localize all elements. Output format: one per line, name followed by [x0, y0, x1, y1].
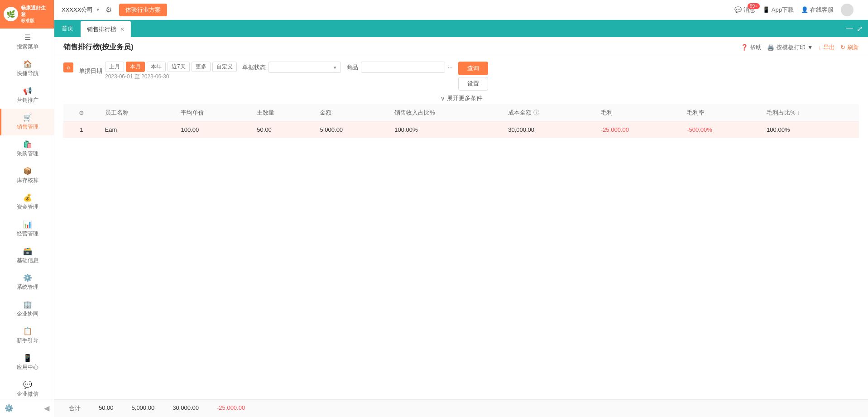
cell-sales-pct: 100.00% — [389, 122, 503, 138]
cell-quantity: 50.00 — [251, 122, 314, 138]
sidebar-icon-finance: 💰 — [23, 193, 32, 202]
sidebar-label-enterprise: 企业协同 — [17, 310, 38, 318]
table-col-name: 员工名称 — [100, 104, 176, 122]
filter-expand-bar: ∨ 展开更多条件 — [54, 91, 868, 104]
date-range-display: 2023-06-01 至 2023-06-30 — [105, 73, 237, 81]
export-icon: ↓ — [819, 44, 822, 51]
date-label: 单据日期 — [79, 67, 102, 75]
sidebar-bottom: ⚙️ ◀ — [0, 399, 54, 417]
app-download-btn[interactable]: 📱 App下载 — [762, 6, 794, 14]
status-label: 单据状态 — [242, 63, 266, 72]
data-table: ⚙ 员工名称 平均单价 主数量 金额 销售收入占比% 成本全额 ⓘ 毛利 毛利率… — [63, 104, 859, 138]
tab-home[interactable]: 首页 — [54, 20, 81, 37]
cell-profit: -25,000.00 — [595, 122, 681, 138]
tabbar: 首页 销售排行榜 ✕ — ⤢ — [54, 20, 868, 37]
sidebar-item-enterprise[interactable]: 🏢企业协同 — [0, 296, 54, 322]
tab-sales-ranking[interactable]: 销售排行榜 ✕ — [81, 21, 131, 38]
sidebar-nav: ☰搜索菜单🏠快捷导航📢营销推广🛒销售管理🛍️采购管理📦库存核算💰资金管理📊经营管… — [0, 29, 54, 399]
company-arrow-icon: ▼ — [96, 7, 100, 12]
tab-maximize-icon[interactable]: ⤢ — [857, 24, 863, 33]
table-col-quantity: 主数量 — [251, 104, 314, 122]
date-this-year[interactable]: 本年 — [147, 62, 166, 72]
avatar[interactable] — [841, 4, 854, 16]
tabbar-right: — ⤢ — [846, 24, 868, 33]
table-footer: 合计 50.00 5,000.00 30,000.00 -25,000.00 — [54, 399, 868, 417]
sidebar-item-basics[interactable]: 🗃️基础信息 — [0, 242, 54, 269]
sidebar-icon-purchase: 🛍️ — [23, 140, 32, 149]
sidebar-icon-wechat: 💬 — [23, 380, 32, 389]
sidebar-item-purchase[interactable]: 🛍️采购管理 — [0, 135, 54, 162]
sidebar-label-search-order: 搜索菜单 — [17, 43, 38, 51]
footer-cost: 30,000.00 — [173, 404, 199, 412]
profit-pct-sort-icon[interactable]: ↕ — [797, 109, 800, 116]
refresh-label: 刷新 — [847, 43, 859, 52]
sidebar-item-wechat[interactable]: 💬企业微信 — [0, 376, 54, 399]
filter-bar: » 单据日期 上月 本月 本年 近7天 更多 自定义 2023-06-01 至 … — [54, 56, 868, 91]
company-selector[interactable]: XXXXX公司 ▼ — [62, 6, 100, 14]
sidebar-item-quick-nav[interactable]: 🏠快捷导航 — [0, 55, 54, 82]
service-label: 在线客服 — [810, 6, 834, 14]
sidebar-label-appcenter: 应用中心 — [17, 364, 38, 371]
footer-label: 合计 — [69, 404, 81, 412]
sidebar-item-sales[interactable]: 🛒销售管理 — [0, 109, 54, 135]
help-btn[interactable]: ❓ 帮助 — [741, 43, 762, 52]
sidebar-item-appcenter[interactable]: 📱应用中心 — [0, 349, 54, 376]
topbar: XXXXX公司 ▼ ⚙ 体验行业方案 💬 消息 99+ 📱 App下载 👤 在线… — [54, 0, 868, 20]
sidebar-item-finance[interactable]: 💰资金管理 — [0, 189, 54, 216]
filter-expand-btn[interactable]: » — [63, 62, 73, 72]
topbar-right: 💬 消息 99+ 📱 App下载 👤 在线客服 — [734, 4, 861, 16]
filter-goods-group: 商品 ··· — [346, 62, 453, 73]
cell-profit-pct: 100.00% — [761, 122, 859, 138]
date-prev-month[interactable]: 上月 — [105, 62, 124, 72]
online-service-btn[interactable]: 👤 在线客服 — [801, 6, 834, 14]
filter-more-icon[interactable]: ··· — [448, 64, 453, 71]
goods-input[interactable] — [361, 62, 445, 73]
date-this-month[interactable]: 本月 — [126, 62, 145, 72]
sidebar-item-search-order[interactable]: ☰搜索菜单 — [0, 29, 54, 55]
sidebar-label-operations: 经营管理 — [17, 230, 38, 238]
export-btn[interactable]: ↓ 导出 — [819, 43, 835, 52]
sidebar-item-marketing[interactable]: 📢营销推广 — [0, 82, 54, 109]
page-title: 销售排行榜(按业务员) — [63, 43, 134, 52]
tab-minimize-icon[interactable]: — — [846, 24, 853, 33]
logo-sub: 标准版 — [21, 18, 50, 24]
sidebar-item-inventory[interactable]: 📦库存核算 — [0, 162, 54, 189]
service-icon: 👤 — [801, 6, 808, 13]
sidebar-item-guide[interactable]: 📋新手引导 — [0, 322, 54, 349]
trial-btn[interactable]: 体验行业方案 — [119, 4, 167, 16]
sidebar-icon-appcenter: 📱 — [23, 354, 32, 362]
app-icon: 📱 — [762, 6, 770, 13]
refresh-icon: ↻ — [840, 44, 845, 51]
message-icon: 💬 — [734, 6, 742, 13]
expand-more-btn[interactable]: ∨ 展开更多条件 — [441, 94, 482, 102]
filter-settings-btn[interactable]: 设置 — [458, 77, 488, 91]
sidebar-item-operations[interactable]: 📊经营管理 — [0, 216, 54, 242]
goods-label: 商品 — [346, 63, 358, 72]
cell-profit-rate: -500.00% — [681, 122, 761, 138]
tab-close-icon[interactable]: ✕ — [120, 26, 125, 33]
tab-label: 销售排行榜 — [87, 25, 116, 34]
table-col-settings[interactable]: ⚙ — [63, 104, 100, 122]
query-btn[interactable]: 查询 — [458, 62, 488, 75]
table-col-profit-rate: 毛利率 — [681, 104, 761, 122]
print-btn[interactable]: 🖨️ 按模板打印 ▼ — [767, 43, 813, 52]
filter-date-group: 单据日期 上月 本月 本年 近7天 更多 自定义 2023-06-01 至 20… — [79, 62, 237, 81]
cell-name: Eam — [100, 122, 176, 138]
date-custom[interactable]: 自定义 — [212, 62, 237, 72]
sidebar-item-system[interactable]: ⚙️系统管理 — [0, 269, 54, 296]
page-actions: ❓ 帮助 🖨️ 按模板打印 ▼ ↓ 导出 ↻ 刷新 — [741, 43, 859, 52]
status-select[interactable] — [269, 62, 341, 73]
logo-icon: 🌿 — [4, 7, 18, 21]
help-icon: ❓ — [741, 44, 748, 51]
sidebar-icon-operations: 📊 — [23, 220, 32, 229]
refresh-btn[interactable]: ↻ 刷新 — [840, 43, 859, 52]
table-col-amount: 金额 — [314, 104, 389, 122]
date-more[interactable]: 更多 — [192, 62, 211, 72]
topbar-settings-icon[interactable]: ⚙ — [106, 5, 112, 14]
sidebar-settings-icon[interactable]: ⚙️ — [5, 404, 14, 412]
cost-help-icon[interactable]: ⓘ — [533, 109, 539, 116]
date-last7days[interactable]: 近7天 — [168, 62, 190, 72]
footer-quantity: 50.00 — [99, 404, 114, 412]
sidebar-collapse-icon[interactable]: ◀ — [44, 404, 49, 412]
message-btn[interactable]: 💬 消息 99+ — [734, 6, 755, 14]
